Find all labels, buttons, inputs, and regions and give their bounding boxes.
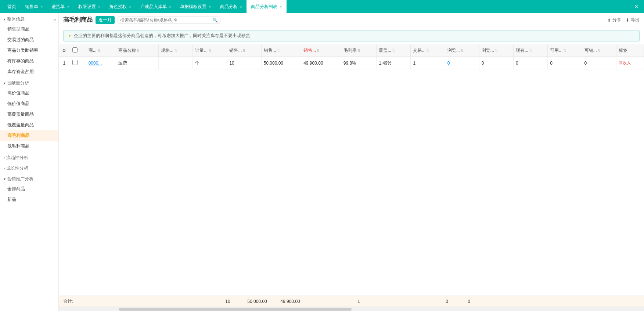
- sidebar-group-overview[interactable]: ▾ 整体信息: [0, 13, 58, 24]
- footer-sale-amount: 50,000.00: [245, 299, 278, 304]
- table-wrapper: ⚙ 商...⇅ 商品名称⇅ 规格...⇅ 计量...⇅ 销售...⇅ 销售...…: [59, 44, 644, 296]
- footer-sale-qty: 10: [223, 299, 245, 304]
- sidebar-group-marketing[interactable]: ▾ 营销推广分析: [0, 173, 58, 184]
- footer-label: 合计:: [63, 298, 73, 304]
- data-table: ⚙ 商...⇅ 商品名称⇅ 规格...⇅ 计量...⇅ 销售...⇅ 销售...…: [59, 44, 644, 69]
- sidebar-group-trend[interactable]: › 流趋性分析: [0, 152, 58, 162]
- arrow-icon-2: ▾: [4, 81, 6, 85]
- sidebar-item-sales-goods[interactable]: 销售型商品: [0, 24, 58, 35]
- cell-coverage: 1.49%: [377, 57, 411, 69]
- share-button[interactable]: ⬆ 分享: [607, 17, 621, 23]
- footer-cell-empty1: [76, 299, 87, 304]
- footer-sale-profit: 49,900.00: [278, 299, 311, 304]
- nav-item-sales[interactable]: 销售单 ×: [21, 0, 47, 13]
- sidebar-item-high-margin[interactable]: 高毛利商品: [0, 130, 58, 141]
- footer-cell-empty2: [87, 299, 98, 304]
- col-unit[interactable]: 计量...⇅: [193, 44, 227, 57]
- col-sale-amount[interactable]: 销售...⇅: [261, 44, 301, 57]
- search-icon[interactable]: 🔍: [212, 18, 218, 23]
- sidebar-item-low-margin[interactable]: 低毛利商品: [0, 141, 58, 152]
- footer-cell-empty6: [201, 299, 223, 304]
- nav-item-product-inbound[interactable]: 产成品入库单 ×: [136, 0, 176, 13]
- col-current[interactable]: 现有...⇅: [514, 44, 548, 57]
- sidebar-group-growth[interactable]: › 成长性分析: [0, 162, 58, 173]
- header-actions: ⬆ 分享 ⬇ 导出: [607, 17, 640, 23]
- select-all-checkbox[interactable]: [72, 47, 78, 53]
- close-permission-tab[interactable]: ×: [98, 4, 100, 9]
- cell-code[interactable]: 0000...: [86, 57, 116, 69]
- footer-cells: 10 50,000.00 49,900.00 1 0 0: [76, 299, 640, 304]
- nav-item-permission[interactable]: 权限设置 ×: [74, 0, 105, 13]
- nav-item-analysis-list[interactable]: 商品分析列表 ×: [247, 0, 286, 13]
- close-purchase-tab[interactable]: ×: [67, 4, 69, 9]
- nav-item-template[interactable]: 单据模板设置 ×: [176, 0, 215, 13]
- nav-item-role[interactable]: 角色授权 ×: [105, 0, 136, 13]
- top-nav: 首页 销售单 × 进货单 × 权限设置 × 角色授权 × 产成品入库单 × 单据…: [0, 0, 644, 13]
- cell-tag: 高收入: [616, 57, 644, 69]
- footer-browse1: [377, 299, 399, 304]
- col-saleable[interactable]: 可销...⇅: [582, 44, 616, 57]
- sidebar: « ▾ 整体信息 销售型商品 交易过的商品 商品分类助销率 有库存的商品 库存资…: [0, 13, 59, 311]
- scrollbar-thumb[interactable]: [119, 308, 352, 311]
- close-role-tab[interactable]: ×: [129, 4, 131, 9]
- arrow-icon: ▾: [4, 17, 6, 21]
- col-settings[interactable]: ⚙: [59, 44, 70, 57]
- col-sale-profit[interactable]: 销售...⇅: [301, 44, 341, 57]
- col-checkbox: [70, 44, 86, 57]
- footer-browse2: [399, 299, 421, 304]
- cell-browse2: 0: [479, 57, 513, 69]
- search-input[interactable]: [120, 18, 211, 23]
- search-box: 🔍: [118, 17, 220, 24]
- bottom-scrollbar[interactable]: [59, 307, 644, 311]
- close-analysis-list-tab[interactable]: ×: [280, 4, 282, 9]
- sidebar-item-all-goods[interactable]: 全部商品: [0, 184, 58, 194]
- sidebar-item-new-goods[interactable]: 新品: [0, 194, 58, 205]
- cell-spec: [158, 57, 193, 69]
- sidebar-item-low-coverage[interactable]: 低覆盖量商品: [0, 120, 58, 130]
- nav-close-button[interactable]: ×: [632, 3, 641, 10]
- footer-cell-empty5: [179, 299, 201, 304]
- cell-checkbox: [70, 57, 86, 69]
- close-sales-tab[interactable]: ×: [40, 4, 43, 9]
- cell-browse1[interactable]: 0: [445, 57, 479, 69]
- sidebar-collapse-button[interactable]: «: [51, 16, 58, 23]
- footer-saleable: 0: [465, 299, 488, 304]
- nav-item-product-analysis[interactable]: 商品分析 ×: [216, 0, 247, 13]
- sidebar-item-low-value[interactable]: 低价值商品: [0, 98, 58, 109]
- col-available[interactable]: 可用...⇅: [548, 44, 582, 57]
- sidebar-group-contribution[interactable]: ▾ 贡献量分析: [0, 77, 58, 88]
- col-coverage[interactable]: 覆盖...⇅: [377, 44, 411, 57]
- share-icon: ⬆: [607, 18, 611, 23]
- time-filter-button[interactable]: 近一月: [96, 16, 115, 24]
- sidebar-item-inventory-capital[interactable]: 库存资金占用: [0, 66, 58, 77]
- info-banner: ✦ 企业的主要的利润都是这部分商品创造的，可考虑加大推广，同时关注库存是不要出现…: [63, 30, 640, 41]
- cell-no: 1: [59, 57, 70, 69]
- cell-current: 0: [514, 57, 548, 69]
- col-tag[interactable]: 标签: [616, 44, 644, 57]
- col-trade[interactable]: 交易...⇅: [411, 44, 445, 57]
- footer-empty-gross: [311, 299, 333, 304]
- sidebar-item-high-value[interactable]: 高价值商品: [0, 88, 58, 98]
- content-header: 高毛利商品 近一月 🔍 ⬆ 分享 ⬇ 导出: [59, 13, 644, 27]
- footer-cell-empty3: [98, 299, 127, 304]
- col-code[interactable]: 商...⇅: [86, 44, 116, 57]
- nav-item-home[interactable]: 首页: [3, 0, 21, 13]
- col-spec[interactable]: 规格...⇅: [158, 44, 193, 57]
- arrow-icon-3: ›: [4, 156, 5, 160]
- close-analysis-tab[interactable]: ×: [240, 4, 242, 9]
- col-gross-rate[interactable]: 毛利率⇅: [341, 44, 376, 57]
- close-product-inbound-tab[interactable]: ×: [169, 4, 171, 9]
- sidebar-item-high-coverage[interactable]: 高覆盖量商品: [0, 109, 58, 120]
- export-button[interactable]: ⬇ 导出: [626, 17, 640, 23]
- row-checkbox[interactable]: [72, 60, 78, 65]
- sidebar-item-in-stock[interactable]: 有库存的商品: [0, 56, 58, 66]
- sidebar-item-category-rate[interactable]: 商品分类助销率: [0, 45, 58, 56]
- col-browse2[interactable]: 浏览...⇅: [479, 44, 513, 57]
- col-name[interactable]: 商品名称⇅: [116, 44, 158, 57]
- nav-item-purchase[interactable]: 进货单 ×: [47, 0, 73, 13]
- col-sale-qty[interactable]: 销售...⇅: [227, 44, 261, 57]
- page-title: 高毛利商品: [63, 16, 93, 24]
- close-template-tab[interactable]: ×: [209, 4, 211, 9]
- sidebar-item-traded-goods[interactable]: 交易过的商品: [0, 35, 58, 45]
- col-browse1[interactable]: 浏览...⇅: [445, 44, 479, 57]
